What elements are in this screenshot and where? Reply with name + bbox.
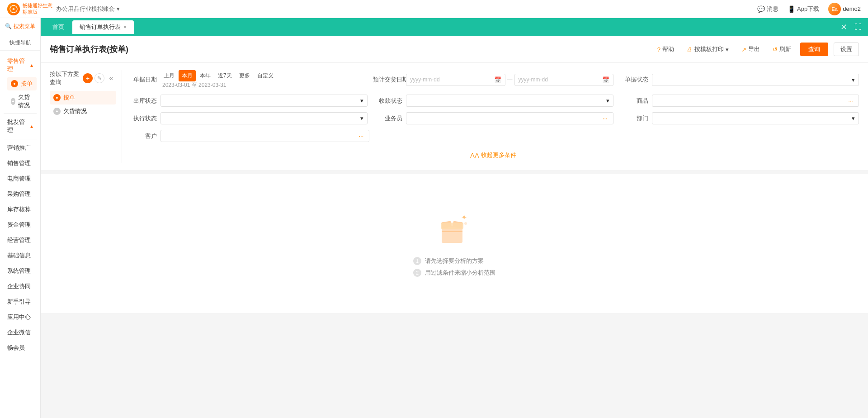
filter-bill-status: 单据状态 [619, 70, 859, 89]
avatar: Ea [828, 3, 841, 15]
add-scheme-button[interactable]: + [83, 73, 93, 83]
dept-select[interactable] [652, 112, 859, 124]
salesperson-select[interactable]: ··· [406, 112, 613, 124]
empty-texts: 1 请先选择要分析的方案 2 用过滤条件来缩小分析范围 [413, 257, 495, 277]
tab-home[interactable]: 首页 [45, 20, 71, 34]
sidebar-subitem-debt[interactable]: ● 欠货情况 [7, 90, 37, 112]
edit-scheme-button[interactable]: ✎ [94, 73, 104, 83]
app-selector[interactable]: 办公用品行业模拟账套 [56, 5, 120, 13]
date-btn-custom[interactable]: 自定义 [254, 70, 277, 81]
goods-label: 商品 [619, 97, 648, 105]
out-status-select[interactable] [160, 95, 368, 107]
sidebar-search[interactable]: 搜索菜单 [0, 18, 40, 35]
salesperson-label: 业务员 [373, 114, 402, 123]
sidebar-item-finance[interactable]: 资金管理 [4, 217, 37, 233]
print-button[interactable]: 🖨 按模板打印 [683, 43, 732, 55]
svg-point-6 [464, 222, 467, 225]
sidebar-item-purchase[interactable]: 采购管理 [4, 186, 37, 202]
goods-ellipsis[interactable]: ··· [846, 97, 855, 104]
help-icon: ? [657, 46, 660, 53]
sidebar-item-marketing[interactable]: 营销推广 [4, 140, 37, 156]
tab-bar: 首页 销售订单执行表 × ✕ ⛶ [41, 18, 868, 36]
sidebar-item-wholesale[interactable]: 批发管理 ▴ [4, 114, 37, 138]
settings-button[interactable]: 设置 [834, 43, 859, 56]
date-btn-thisyear[interactable]: 本年 [197, 70, 214, 81]
filter-out-status: 出库状态 [127, 95, 368, 107]
empty-hint-2: 2 用过滤条件来缩小分析范围 [413, 269, 495, 277]
sidebar-item-sales[interactable]: 销售管理 [4, 156, 37, 171]
sidebar-divider-2 [4, 139, 37, 139]
search-icon [5, 23, 12, 29]
bill-status-select[interactable] [652, 74, 859, 86]
tab-close-window-icon[interactable]: ✕ [839, 20, 849, 34]
goods-select[interactable]: ··· [652, 95, 859, 107]
refresh-button[interactable]: ↺ 刷新 [769, 43, 795, 55]
filter-layout: 按以下方案查询 + ✎ « ● 按单 ● [50, 70, 859, 163]
date-btn-7days[interactable]: 近7天 [215, 70, 235, 81]
empty-hint-1: 1 请先选择要分析的方案 [413, 257, 495, 265]
page-actions: ? 帮助 🖨 按模板打印 ↗ 导出 ↺ 刷新 [654, 43, 859, 62]
main-layout: 搜索菜单 快捷导航 零售管理 ▴ ● 按单 ● 欠货情况 批发管理 ▴ [0, 18, 868, 418]
tab-close-icon[interactable]: × [123, 24, 127, 30]
filter-row-1: 单据日期 上月 本月 本年 近7天 更多 自定义 [127, 70, 859, 89]
message-button[interactable]: 消息 [757, 5, 778, 13]
sidebar-item-corpwx[interactable]: 企业微信 [4, 325, 37, 340]
sidebar-item-newuser[interactable]: 新手引导 [4, 294, 37, 309]
filter-row-2: 出库状态 收款状态 [127, 95, 859, 107]
export-button[interactable]: ↗ 导出 [738, 43, 764, 55]
date-btn-thismonth[interactable]: 本月 [179, 70, 196, 81]
date-range-separator: — [507, 76, 513, 83]
date-btn-lastmonth[interactable]: 上月 [160, 70, 178, 81]
tab-maximize-icon[interactable]: ⛶ [853, 21, 863, 33]
expected-date-to[interactable]: yyyy-mm-dd 📅 [514, 74, 613, 86]
svg-rect-7 [441, 223, 463, 229]
app-icon [788, 5, 795, 13]
refresh-icon: ↺ [773, 46, 778, 53]
sidebar-subitem-order[interactable]: ● 按单 [7, 77, 37, 90]
page-content: 销售订单执行表(按单) ? 帮助 🖨 按模板打印 ↗ 导出 [41, 36, 868, 418]
sidebar-item-retail[interactable]: 零售管理 ▴ [4, 53, 37, 77]
collapse-scheme-button[interactable]: « [106, 73, 116, 83]
scheme-actions: + ✎ « [83, 73, 116, 83]
customer-select[interactable]: ··· [160, 130, 369, 142]
sidebar-item-member[interactable]: 畅会员 [4, 340, 37, 356]
sidebar-item-ecommerce[interactable]: 电商管理 [4, 171, 37, 186]
expected-date-from[interactable]: yyyy-mm-dd 📅 [406, 74, 505, 86]
order-dot: ● [11, 80, 18, 87]
receipt-status-select[interactable] [406, 95, 613, 107]
sidebar-item-system[interactable]: 系统管理 [4, 263, 37, 279]
collapse-filter-button[interactable]: ⋀⋀ 收起更多条件 [127, 147, 859, 163]
page-title: 销售订单执行表(按单) [50, 44, 128, 61]
tab-sales-order[interactable]: 销售订单执行表 × [72, 20, 134, 34]
sidebar-item-appstore[interactable]: 应用中心 [4, 309, 37, 325]
user-area[interactable]: Ea demo2 [828, 3, 861, 15]
app-download-button[interactable]: App下载 [788, 5, 819, 13]
bill-status-chevron [852, 76, 855, 83]
help-button[interactable]: ? 帮助 [654, 43, 678, 55]
debt-dot: ● [11, 98, 15, 105]
sidebar-item-enterprise[interactable]: 企业协同 [4, 279, 37, 294]
date-label: 单据日期 [127, 76, 157, 84]
sidebar-item-operations[interactable]: 经营管理 [4, 233, 37, 248]
scheme-item-debt[interactable]: ● 欠货情况 [50, 104, 116, 118]
exec-status-chevron [360, 115, 363, 122]
empty-state: ✦ 1 请先选择要分析的方案 2 [41, 174, 868, 313]
salesperson-ellipsis[interactable]: ··· [601, 115, 609, 122]
sidebar-item-inventory[interactable]: 库存核算 [4, 202, 37, 217]
date-range-display: 2023-03-01 至 2023-03-31 [162, 81, 368, 89]
exec-status-label: 执行状态 [127, 114, 157, 123]
tab-bar-left: 首页 销售订单执行表 × [45, 20, 134, 34]
logo-icon [7, 3, 20, 15]
out-status-label: 出库状态 [127, 97, 157, 105]
sidebar-item-basic[interactable]: 基础信息 [4, 248, 37, 263]
sidebar-quick-nav[interactable]: 快捷导航 [0, 35, 40, 51]
exec-status-select[interactable] [160, 112, 368, 124]
query-button[interactable]: 查询 [800, 43, 828, 56]
logo-area: 畅捷通好生意 标准版 [7, 3, 52, 15]
scheme-item-order[interactable]: ● 按单 [50, 91, 116, 104]
date-btn-more[interactable]: 更多 [236, 70, 253, 81]
filter-goods: 商品 ··· [619, 95, 859, 107]
print-icon: 🖨 [687, 46, 693, 53]
app-selector-chevron [117, 5, 120, 12]
customer-ellipsis[interactable]: ··· [357, 133, 365, 139]
